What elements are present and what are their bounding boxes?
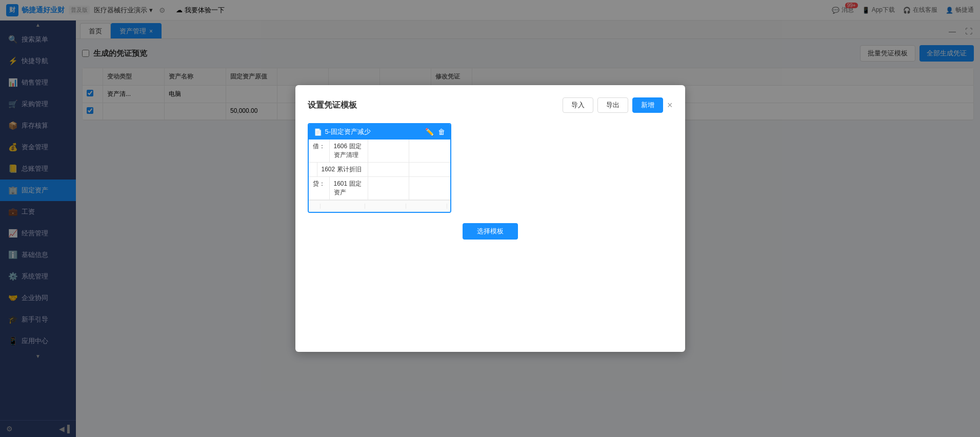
template-list: 📄 5-固定资产减少 ✏️ 🗑 借： 1606 固定资产清理 [308, 123, 673, 213]
modal-set-template: 设置凭证模板 导入 导出 新增 × 📄 5-固定资产减少 ✏️ 🗑 [295, 85, 685, 352]
entry3-direction: 贷： [309, 177, 330, 200]
entry2-direction [309, 163, 317, 176]
entry2-debit [368, 163, 409, 176]
template-card-header: 📄 5-固定资产减少 ✏️ 🗑 [309, 124, 450, 140]
select-template-btn[interactable]: 选择模板 [463, 223, 518, 240]
template-card-header-left: 📄 5-固定资产减少 [314, 127, 371, 136]
export-btn[interactable]: 导出 [597, 97, 628, 113]
select-template-container: 选择模板 [308, 223, 673, 240]
modal-header-right: 导入 导出 新增 × [563, 97, 673, 113]
template-entry-3: 贷： 1601 固定资产 [309, 177, 450, 200]
template-entry-1: 借： 1606 固定资产清理 [309, 140, 450, 163]
entry2-credit [409, 163, 450, 176]
entry1-debit [368, 140, 409, 162]
new-btn[interactable]: 新增 [632, 97, 663, 113]
modal-title: 设置凭证模板 [308, 100, 357, 111]
entry3-credit [409, 177, 450, 200]
entry3-account: 1601 固定资产 [330, 177, 368, 200]
import-btn[interactable]: 导入 [563, 97, 593, 113]
footer-col4 [406, 204, 447, 209]
footer-col3 [365, 204, 406, 209]
entry2-account: 1602 累计折旧 [317, 163, 368, 176]
entry1-account: 1606 固定资产清理 [330, 140, 368, 162]
modal-header: 设置凭证模板 导入 导出 新增 × [308, 97, 673, 113]
modal-toolbar: 导入 导出 新增 [563, 97, 663, 113]
template-edit-icon[interactable]: ✏️ [425, 128, 434, 136]
entry1-credit [409, 140, 450, 162]
template-entry-2: 1602 累计折旧 [309, 163, 450, 177]
template-footer [309, 200, 450, 212]
template-name: 5-固定资产减少 [325, 127, 371, 136]
entry1-direction: 借： [309, 140, 330, 162]
template-delete-icon[interactable]: 🗑 [438, 128, 445, 136]
modal-close-btn[interactable]: × [667, 101, 673, 110]
template-card-header-actions: ✏️ 🗑 [425, 128, 445, 136]
entry3-debit [368, 177, 409, 200]
footer-col2 [321, 204, 365, 209]
footer-col1 [312, 204, 321, 209]
template-doc-icon: 📄 [314, 128, 322, 136]
template-card-body: 借： 1606 固定资产清理 1602 累计折旧 贷： 1601 固定资产 [309, 140, 450, 212]
template-card: 📄 5-固定资产减少 ✏️ 🗑 借： 1606 固定资产清理 [308, 123, 451, 213]
